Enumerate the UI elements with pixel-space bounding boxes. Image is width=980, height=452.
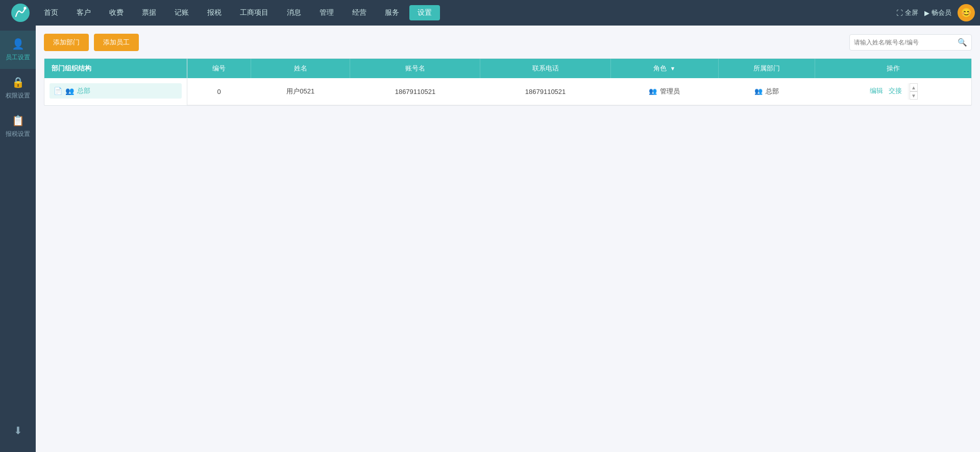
role-user-icon: 👥	[649, 87, 657, 95]
search-input[interactable]	[854, 39, 958, 46]
role-value: 管理员	[660, 87, 680, 95]
nav-service[interactable]: 服务	[377, 5, 407, 20]
scroll-down-btn[interactable]: ▼	[910, 91, 918, 100]
dept-user-icon-cell: 👥	[754, 87, 763, 95]
col-role: 角色 ▼	[610, 59, 718, 78]
avatar[interactable]: 😊	[958, 4, 975, 21]
employee-icon: 👤	[12, 38, 24, 50]
cell-account: 18679110521	[350, 78, 480, 105]
dept-name-root: 总部	[77, 86, 90, 96]
sidebar: 👤 员工设置 🔒 权限设置 📋 报税设置 ⬇	[0, 26, 36, 452]
nav-message[interactable]: 消息	[279, 5, 309, 20]
nav-business[interactable]: 工商项目	[232, 5, 277, 20]
search-container: 🔍	[849, 34, 972, 51]
fullscreen-btn[interactable]: ⛶ 全屏	[896, 8, 918, 17]
cell-id: 0	[187, 78, 251, 105]
scroll-ctrl: ▲ ▼	[908, 83, 919, 100]
cell-dept: 👥 总部	[718, 78, 815, 105]
transfer-link[interactable]: 交接	[889, 87, 902, 94]
logo[interactable]	[5, 4, 36, 22]
sidebar-download-btn[interactable]: ⬇	[14, 417, 22, 444]
toolbar: 添加部门 添加员工 🔍	[44, 34, 972, 51]
scroll-up-btn[interactable]: ▲	[910, 83, 918, 91]
add-employee-button[interactable]: 添加员工	[94, 34, 139, 51]
main-layout: 👤 员工设置 🔒 权限设置 📋 报税设置 ⬇ 添加部门 添加员工 🔍	[0, 26, 980, 452]
fullscreen-label: 全屏	[905, 8, 918, 17]
dept-tree-item-root[interactable]: 📄 👥 总部	[50, 83, 182, 99]
nav-tax[interactable]: 报税	[199, 5, 230, 20]
cell-role: 👥 管理员	[610, 78, 718, 105]
download-icon: ⬇	[14, 424, 22, 437]
nav-fee[interactable]: 收费	[101, 5, 132, 20]
nav-customer[interactable]: 客户	[68, 5, 99, 20]
col-phone: 联系电话	[480, 59, 610, 78]
dept-tree-header: 部门组织结构	[44, 59, 187, 78]
nav-settings[interactable]: 设置	[409, 5, 440, 20]
col-id: 编号	[187, 59, 251, 78]
nav-right: ⛶ 全屏 ▶ 畅会员 😊	[896, 4, 975, 21]
sidebar-item-taxsettings[interactable]: 📋 报税设置	[0, 107, 36, 146]
nav-invoice[interactable]: 票据	[134, 5, 164, 20]
sidebar-label-taxsettings: 报税设置	[6, 130, 30, 138]
col-name: 姓名	[251, 59, 350, 78]
employee-table-wrap: 编号 姓名 账号名 联系电话 角色 ▼ 所属部门 操作	[187, 59, 971, 105]
nav-accounting[interactable]: 记账	[166, 5, 197, 20]
file-icon: 📄	[54, 87, 62, 95]
search-button[interactable]: 🔍	[958, 38, 967, 47]
svg-point-0	[11, 4, 30, 22]
table-row: 0 用户0521 18679110521 18679110521 👥 管理员 👥…	[187, 78, 971, 105]
sidebar-label-permission: 权限设置	[6, 91, 30, 100]
sidebar-item-employee[interactable]: 👤 员工设置	[0, 31, 36, 69]
dept-tree-body: 📄 👥 总部	[44, 78, 187, 104]
col-dept: 所属部门	[718, 59, 815, 78]
dept-value: 总部	[766, 87, 779, 95]
col-action: 操作	[815, 59, 971, 78]
report-icon: 📋	[12, 114, 24, 127]
nav-operation[interactable]: 经营	[344, 5, 375, 20]
nav-items: 首页 客户 收费 票据 记账 报税 工商项目 消息 管理 经营 服务 设置	[36, 5, 896, 20]
fullscreen-icon: ⛶	[896, 9, 903, 17]
content-area: 添加部门 添加员工 🔍 部门组织结构 📄 👥 总部	[36, 26, 980, 452]
lock-icon: 🔒	[12, 76, 24, 88]
table-section: 部门组织结构 📄 👥 总部 编号 姓名 账号名	[44, 58, 972, 106]
sidebar-label-employee: 员工设置	[6, 53, 30, 62]
edit-link[interactable]: 编辑	[870, 87, 883, 94]
vip-btn[interactable]: ▶ 畅会员	[924, 8, 951, 17]
role-filter-icon[interactable]: ▼	[670, 65, 675, 72]
cell-name: 用户0521	[251, 78, 350, 105]
nav-manage[interactable]: 管理	[311, 5, 342, 20]
employee-table: 编号 姓名 账号名 联系电话 角色 ▼ 所属部门 操作	[187, 59, 971, 105]
top-nav: 首页 客户 收费 票据 记账 报税 工商项目 消息 管理 经营 服务 设置 ⛶ …	[0, 0, 980, 26]
add-dept-button[interactable]: 添加部门	[44, 34, 89, 51]
sidebar-item-permission[interactable]: 🔒 权限设置	[0, 69, 36, 107]
sidebar-bottom: ⬇	[14, 417, 22, 452]
dept-tree: 部门组织结构 📄 👥 总部	[44, 59, 187, 105]
table-header-row: 编号 姓名 账号名 联系电话 角色 ▼ 所属部门 操作	[187, 59, 971, 78]
svg-point-1	[23, 7, 26, 9]
vip-icon: ▶	[924, 9, 929, 17]
cell-phone: 18679110521	[480, 78, 610, 105]
col-account: 账号名	[350, 59, 480, 78]
nav-home[interactable]: 首页	[36, 5, 66, 20]
cell-actions: 编辑 交接 ▲ ▼	[815, 78, 971, 105]
vip-label: 畅会员	[932, 8, 951, 17]
dept-user-icon: 👥	[65, 87, 74, 95]
avatar-icon: 😊	[961, 7, 972, 18]
